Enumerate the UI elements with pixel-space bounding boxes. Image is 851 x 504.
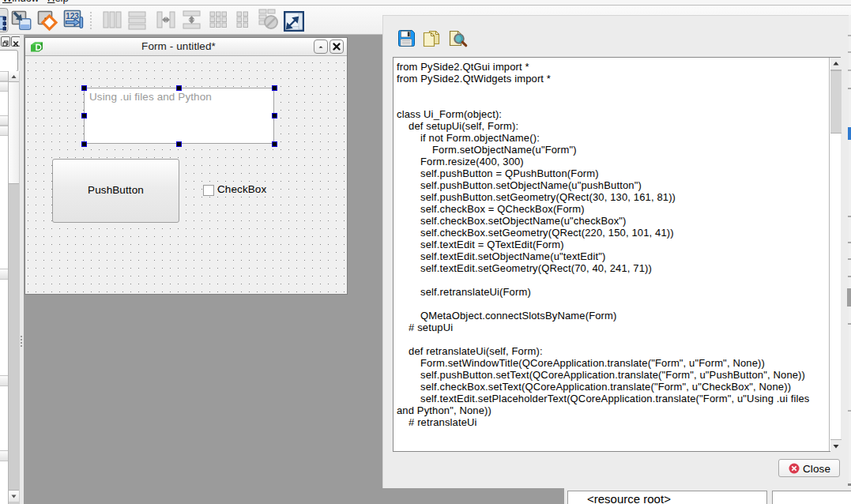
svg-text:123: 123 <box>66 12 79 21</box>
